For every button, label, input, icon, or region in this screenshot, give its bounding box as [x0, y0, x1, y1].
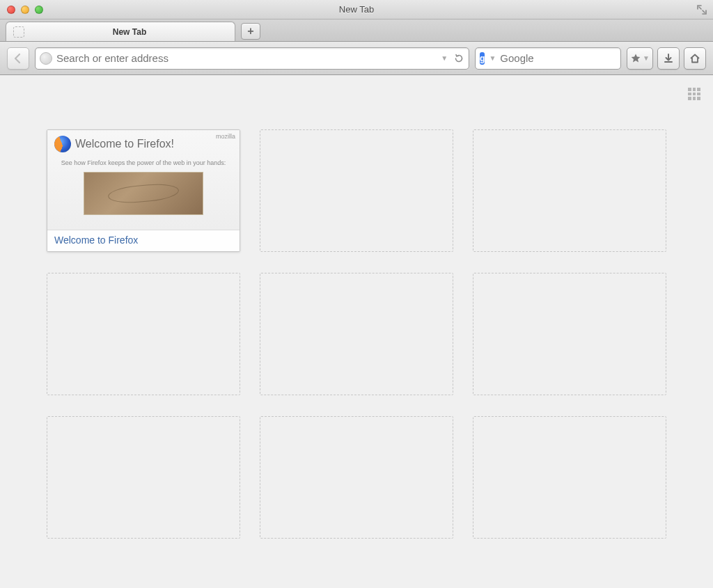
thumbnail-image: [84, 172, 203, 215]
search-input[interactable]: [500, 52, 632, 64]
back-button[interactable]: [7, 47, 29, 70]
address-input[interactable]: [56, 52, 437, 64]
tile-empty[interactable]: [47, 273, 240, 395]
tile-label: Welcome to Firefox: [47, 230, 240, 251]
new-tab-button[interactable]: +: [241, 23, 260, 40]
thumbnail-title: Welcome to Firefox!: [75, 138, 174, 150]
fullscreen-icon[interactable]: [696, 4, 707, 15]
tile-empty[interactable]: [260, 129, 453, 252]
top-sites-grid: mozilla Welcome to Firefox! See how Fire…: [0, 75, 713, 539]
firefox-icon: [54, 136, 71, 152]
home-button[interactable]: [684, 47, 706, 70]
download-icon: [663, 53, 674, 64]
search-engine-dropdown-icon[interactable]: ▼: [489, 54, 496, 62]
address-bar[interactable]: ▼: [35, 47, 469, 70]
navigation-toolbar: ▼ g ▼ ▼: [0, 42, 713, 75]
plus-icon: +: [247, 25, 253, 38]
brand-label: mozilla: [216, 133, 235, 140]
home-icon: [689, 53, 700, 64]
toolbar-right-group: ▼: [627, 47, 706, 70]
tab-title: New Tab: [31, 27, 228, 37]
globe-icon: [40, 52, 52, 65]
tile-empty[interactable]: [473, 416, 666, 539]
window-title: New Tab: [0, 4, 713, 15]
window-minimize-button[interactable]: [21, 6, 29, 14]
tile-empty[interactable]: [47, 416, 240, 539]
tile-empty[interactable]: [260, 416, 453, 539]
window-titlebar: New Tab: [0, 0, 713, 19]
tile-empty[interactable]: [473, 273, 666, 395]
tab-favicon-placeholder-icon: [13, 26, 24, 38]
tile-empty[interactable]: [473, 129, 666, 252]
reload-icon[interactable]: [453, 53, 464, 64]
tab-active[interactable]: New Tab: [6, 22, 235, 41]
search-engine-icon[interactable]: g: [480, 52, 485, 65]
window-zoom-button[interactable]: [35, 6, 43, 14]
search-bar[interactable]: g ▼: [475, 47, 621, 70]
thumbnail-subtitle: See how Firefox keeps the power of the w…: [54, 159, 233, 166]
tile-empty[interactable]: [260, 273, 453, 395]
downloads-button[interactable]: [657, 47, 680, 70]
window-close-button[interactable]: [7, 6, 15, 14]
tile-thumbnail: mozilla Welcome to Firefox! See how Fire…: [47, 130, 240, 230]
star-icon: [630, 53, 641, 64]
chevron-down-icon: ▼: [643, 54, 650, 62]
tile-welcome-to-firefox[interactable]: mozilla Welcome to Firefox! See how Fire…: [47, 129, 240, 252]
tab-strip: New Tab +: [0, 19, 713, 42]
toggle-grid-button[interactable]: [688, 88, 700, 100]
newtab-page: mozilla Welcome to Firefox! See how Fire…: [0, 75, 713, 588]
history-dropdown-icon[interactable]: ▼: [441, 54, 448, 62]
traffic-lights: [0, 6, 43, 14]
bookmarks-button[interactable]: ▼: [627, 47, 653, 70]
